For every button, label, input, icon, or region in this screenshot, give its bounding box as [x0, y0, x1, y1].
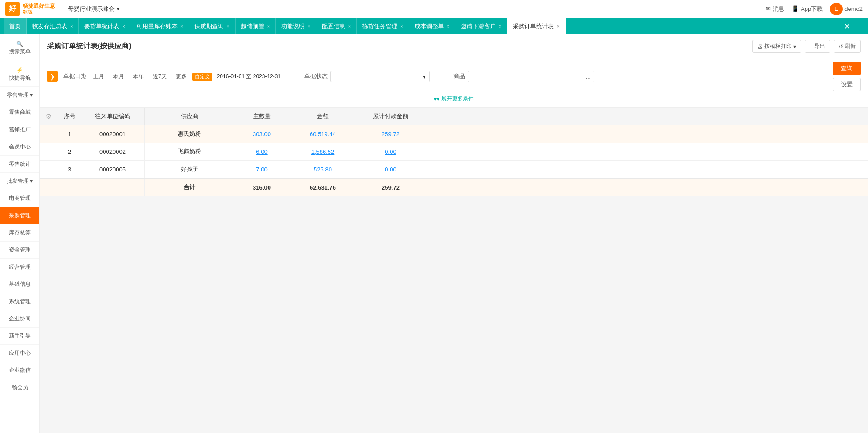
- system-mgmt-label: 系统管理: [9, 298, 31, 305]
- expand-more-button[interactable]: ▾▾ 展开更多条件: [434, 95, 474, 103]
- sidebar-item-retail-stats[interactable]: 零售统计: [0, 156, 39, 173]
- app-download-button[interactable]: 📱 App下载: [792, 5, 823, 13]
- export-button[interactable]: ↓ 导出: [805, 40, 830, 53]
- sidebar-item-marketing[interactable]: 营销推广: [0, 121, 39, 138]
- status-select[interactable]: ▾: [330, 71, 430, 82]
- sidebar-item-retail-management[interactable]: 零售管理 ▾: [0, 87, 39, 104]
- sidebar-item-app-center[interactable]: 应用中心: [0, 345, 39, 362]
- settings-button[interactable]: 设置: [833, 78, 861, 91]
- tab-invite-close[interactable]: ×: [499, 24, 501, 29]
- sidebar-item-quick-nav[interactable]: ⚡ 快捷导航: [0, 62, 39, 87]
- row3-amount[interactable]: 525.80: [289, 161, 357, 179]
- tab-purchase-order-summary[interactable]: 采购订单统计表 ×: [507, 18, 565, 34]
- printer-icon: 🖨: [757, 43, 763, 50]
- tab-overstock-warning[interactable]: 超储预警 ×: [236, 18, 276, 34]
- template-print-label: 按模板打印: [764, 43, 792, 50]
- col-paid-header: 累计付款金额: [357, 108, 425, 125]
- row1-code: 00020001: [81, 125, 144, 143]
- sidebar-item-retail-store[interactable]: 零售商城: [0, 104, 39, 121]
- row1-qty[interactable]: 303.00: [235, 125, 289, 143]
- expand-row: ▾▾ 展开更多条件: [47, 95, 861, 103]
- tab-config-close[interactable]: ×: [348, 24, 351, 29]
- retail-store-label: 零售商城: [9, 109, 31, 116]
- new-guide-label: 新手引导: [9, 332, 31, 340]
- sidebar-item-system-mgmt[interactable]: 系统管理: [0, 293, 39, 310]
- tab-cost-adjust[interactable]: 成本调整单 ×: [409, 18, 455, 34]
- shortcut-this-year[interactable]: 本年: [129, 72, 147, 81]
- tab-close-all-button[interactable]: ✕: [842, 20, 852, 33]
- sidebar-item-basic-info[interactable]: 基础信息: [0, 276, 39, 293]
- query-button[interactable]: 查询: [833, 62, 861, 75]
- filter-toggle-button[interactable]: ❯: [47, 71, 58, 82]
- goods-input[interactable]: ...: [468, 71, 594, 82]
- tab-function-close[interactable]: ×: [307, 24, 310, 29]
- page-header: 采购订单统计表(按供应商) 🖨 按模板打印 ▾ ↓ 导出 ↺ 刷新: [40, 34, 868, 57]
- data-table-container: ⚙ 序号 往来单位编码 供应商 主数量 金额 累计付款金额 1: [40, 108, 868, 433]
- footer-extra: [425, 178, 868, 196]
- tab-config-info[interactable]: 配置信息 ×: [316, 18, 357, 34]
- tab-purchase-summary-close[interactable]: ×: [122, 24, 125, 29]
- sidebar-item-finance-mgmt[interactable]: 资金管理: [0, 242, 39, 259]
- sidebar-item-wholesale-mgmt[interactable]: 批发管理 ▾: [0, 173, 39, 190]
- row3-paid[interactable]: 0.00: [357, 161, 425, 179]
- shortcut-7days[interactable]: 近7天: [149, 72, 170, 81]
- sidebar-item-new-guide[interactable]: 新手引导: [0, 328, 39, 345]
- tab-home-label: 首页: [9, 22, 21, 30]
- tab-receive-summary[interactable]: 收发存汇总表 ×: [27, 18, 79, 34]
- sidebar-item-member-center[interactable]: 会员中心: [0, 138, 39, 156]
- refresh-button[interactable]: ↺ 刷新: [834, 40, 861, 53]
- search-menu-button[interactable]: 🔍 搜索菜单: [4, 38, 36, 58]
- tab-pick-close[interactable]: ×: [400, 24, 403, 29]
- expand-icon: ▾▾: [434, 96, 439, 102]
- tab-home[interactable]: 首页: [4, 18, 27, 34]
- sidebar-item-vip-member[interactable]: 畅会员: [0, 379, 39, 396]
- user-profile[interactable]: E demo2: [830, 3, 863, 15]
- logo-area: 好 畅捷通好生意 标版: [5, 2, 55, 16]
- tab-shelf-life[interactable]: 保质期查询 ×: [189, 18, 235, 34]
- col-amount-header: 金额: [289, 108, 357, 125]
- row1-paid[interactable]: 259.72: [357, 125, 425, 143]
- tab-available-stock[interactable]: 可用量库存账本 ×: [131, 18, 189, 34]
- top-bar-right: ✉ 消息 📱 App下载 E demo2: [766, 3, 863, 15]
- toggle-arrow-icon: ❯: [50, 73, 55, 80]
- shortcut-more[interactable]: 更多: [172, 72, 190, 81]
- tab-invite-downstream[interactable]: 邀请下游客户 ×: [455, 18, 507, 34]
- page-actions: 🖨 按模板打印 ▾ ↓ 导出 ↺ 刷新: [752, 40, 861, 53]
- tab-receive-summary-close[interactable]: ×: [70, 24, 73, 29]
- sidebar-item-enterprise-collab[interactable]: 企业协同: [0, 310, 39, 328]
- sidebar-item-inventory-check[interactable]: 库存核算: [0, 224, 39, 242]
- date-range-display: 2016-01-01 至 2023-12-31: [217, 73, 281, 81]
- sidebar-item-operations-mgmt[interactable]: 经营管理: [0, 259, 39, 276]
- tab-cost-close[interactable]: ×: [447, 24, 449, 29]
- tab-function-desc[interactable]: 功能说明 ×: [276, 18, 316, 34]
- tab-fullscreen-button[interactable]: ⛶: [854, 20, 864, 32]
- export-icon: ↓: [810, 43, 812, 50]
- workspace-selector[interactable]: 母婴行业演示账套 ▾: [68, 5, 120, 13]
- tab-purchase-order-close[interactable]: ×: [557, 24, 559, 29]
- message-button[interactable]: ✉ 消息: [766, 5, 784, 13]
- tab-purchase-summary[interactable]: 要货单统计表 ×: [79, 18, 131, 34]
- template-print-button[interactable]: 🖨 按模板打印 ▾: [752, 40, 801, 53]
- shortcut-this-month[interactable]: 本月: [109, 72, 127, 81]
- filter-row-main: ❯ 单据日期 上月 本月 本年 近7天 更多 自定义 2016-01-01 至 …: [47, 62, 861, 91]
- tab-overstock-close[interactable]: ×: [267, 24, 270, 29]
- tab-pick-task[interactable]: 拣货任务管理 ×: [357, 18, 409, 34]
- shortcut-last-month[interactable]: 上月: [90, 72, 108, 81]
- row1-amount[interactable]: 60,519.44: [289, 125, 357, 143]
- sidebar-item-ecommerce-mgmt[interactable]: 电商管理: [0, 190, 39, 207]
- sidebar-item-enterprise-wechat[interactable]: 企业微信: [0, 362, 39, 379]
- col-settings-header[interactable]: ⚙: [40, 108, 58, 125]
- row2-settings: [40, 143, 58, 161]
- row3-extra: [425, 161, 868, 179]
- tab-available-stock-close[interactable]: ×: [180, 24, 183, 29]
- sidebar-item-purchase-mgmt[interactable]: 采购管理: [0, 207, 39, 224]
- row2-extra: [425, 143, 868, 161]
- row2-paid[interactable]: 0.00: [357, 143, 425, 161]
- tab-shelf-life-close[interactable]: ×: [226, 24, 229, 29]
- row2-qty[interactable]: 6.00: [235, 143, 289, 161]
- avatar-text: E: [835, 6, 838, 12]
- message-icon: ✉: [766, 5, 771, 12]
- row3-qty[interactable]: 7.00: [235, 161, 289, 179]
- row2-amount[interactable]: 1,586.52: [289, 143, 357, 161]
- gear-settings-icon[interactable]: ⚙: [46, 113, 52, 120]
